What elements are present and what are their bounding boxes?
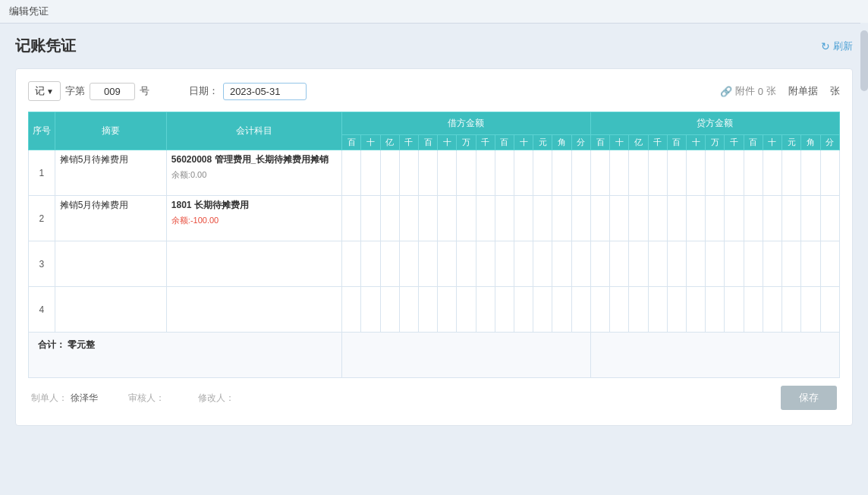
credit-cell-1-8[interactable] bbox=[744, 196, 763, 241]
debit-cell-3-9[interactable] bbox=[514, 287, 533, 333]
row-summary-0[interactable]: 摊销5月待摊费用 bbox=[55, 150, 166, 196]
debit-cell-0-0[interactable] bbox=[342, 150, 361, 196]
debit-cell-1-10[interactable] bbox=[533, 196, 552, 241]
credit-cell-3-3[interactable] bbox=[648, 287, 667, 333]
debit-cell-2-3[interactable] bbox=[399, 241, 418, 287]
debit-cell-2-10[interactable] bbox=[533, 241, 552, 287]
debit-cell-3-1[interactable] bbox=[361, 287, 380, 333]
credit-cell-2-0[interactable] bbox=[590, 241, 609, 287]
debit-cell-1-4[interactable] bbox=[418, 196, 437, 241]
credit-cell-0-2[interactable] bbox=[629, 150, 648, 196]
debit-cell-0-8[interactable] bbox=[495, 150, 514, 196]
credit-cell-0-1[interactable] bbox=[610, 150, 629, 196]
debit-cell-3-6[interactable] bbox=[457, 287, 476, 333]
credit-cell-2-5[interactable] bbox=[687, 241, 706, 287]
credit-cell-3-7[interactable] bbox=[725, 287, 744, 333]
debit-cell-3-3[interactable] bbox=[399, 287, 418, 333]
row-account-3[interactable] bbox=[166, 287, 341, 333]
credit-cell-3-8[interactable] bbox=[744, 287, 763, 333]
debit-cell-0-3[interactable] bbox=[399, 150, 418, 196]
credit-cell-3-4[interactable] bbox=[667, 287, 686, 333]
debit-cell-2-5[interactable] bbox=[438, 241, 457, 287]
row-summary-2[interactable] bbox=[55, 241, 166, 287]
credit-cell-1-5[interactable] bbox=[687, 196, 706, 241]
debit-cell-2-0[interactable] bbox=[342, 241, 361, 287]
debit-cell-2-9[interactable] bbox=[514, 241, 533, 287]
credit-cell-1-12[interactable] bbox=[820, 196, 839, 241]
credit-cell-3-10[interactable] bbox=[782, 287, 801, 333]
credit-cell-2-12[interactable] bbox=[820, 241, 839, 287]
debit-cell-2-2[interactable] bbox=[380, 241, 399, 287]
credit-cell-2-10[interactable] bbox=[782, 241, 801, 287]
debit-cell-0-12[interactable] bbox=[571, 150, 590, 196]
credit-cell-2-11[interactable] bbox=[801, 241, 820, 287]
credit-cell-3-9[interactable] bbox=[763, 287, 782, 333]
debit-cell-1-6[interactable] bbox=[457, 196, 476, 241]
credit-cell-0-4[interactable] bbox=[667, 150, 686, 196]
debit-cell-2-7[interactable] bbox=[476, 241, 495, 287]
debit-cell-2-1[interactable] bbox=[361, 241, 380, 287]
debit-cell-2-4[interactable] bbox=[418, 241, 437, 287]
credit-cell-0-10[interactable] bbox=[782, 150, 801, 196]
credit-cell-2-4[interactable] bbox=[667, 241, 686, 287]
credit-cell-1-4[interactable] bbox=[667, 196, 686, 241]
debit-cell-3-10[interactable] bbox=[533, 287, 552, 333]
debit-cell-0-2[interactable] bbox=[380, 150, 399, 196]
credit-cell-3-12[interactable] bbox=[820, 287, 839, 333]
debit-cell-1-9[interactable] bbox=[514, 196, 533, 241]
row-summary-1[interactable]: 摊销5月待摊费用 bbox=[55, 196, 166, 241]
debit-cell-1-8[interactable] bbox=[495, 196, 514, 241]
debit-cell-0-1[interactable] bbox=[361, 150, 380, 196]
credit-cell-0-3[interactable] bbox=[648, 150, 667, 196]
fu-dan-label[interactable]: 附单据 bbox=[788, 84, 818, 98]
debit-cell-1-0[interactable] bbox=[342, 196, 361, 241]
credit-cell-2-1[interactable] bbox=[610, 241, 629, 287]
credit-cell-2-7[interactable] bbox=[725, 241, 744, 287]
credit-cell-1-11[interactable] bbox=[801, 196, 820, 241]
credit-cell-1-9[interactable] bbox=[763, 196, 782, 241]
debit-cell-0-5[interactable] bbox=[438, 150, 457, 196]
debit-cell-1-12[interactable] bbox=[571, 196, 590, 241]
row-account-1[interactable]: 1801 长期待摊费用余额:-100.00 bbox=[166, 196, 341, 241]
credit-cell-3-2[interactable] bbox=[629, 287, 648, 333]
debit-cell-0-9[interactable] bbox=[514, 150, 533, 196]
credit-cell-1-7[interactable] bbox=[725, 196, 744, 241]
voucher-type-select[interactable]: 记 ▼ bbox=[28, 81, 61, 101]
credit-cell-3-1[interactable] bbox=[610, 287, 629, 333]
debit-cell-3-7[interactable] bbox=[476, 287, 495, 333]
credit-cell-2-6[interactable] bbox=[706, 241, 725, 287]
voucher-number-input[interactable] bbox=[90, 83, 135, 100]
row-account-0[interactable]: 56020008 管理费用_长期待摊费用摊销余额:0.00 bbox=[166, 150, 341, 196]
debit-cell-0-6[interactable] bbox=[457, 150, 476, 196]
debit-cell-2-6[interactable] bbox=[457, 241, 476, 287]
debit-cell-3-12[interactable] bbox=[571, 287, 590, 333]
debit-cell-3-2[interactable] bbox=[380, 287, 399, 333]
credit-cell-0-7[interactable] bbox=[725, 150, 744, 196]
credit-cell-0-11[interactable] bbox=[801, 150, 820, 196]
debit-cell-1-1[interactable] bbox=[361, 196, 380, 241]
debit-cell-1-11[interactable] bbox=[552, 196, 571, 241]
credit-cell-3-5[interactable] bbox=[687, 287, 706, 333]
credit-cell-1-0[interactable] bbox=[590, 196, 609, 241]
debit-cell-1-3[interactable] bbox=[399, 196, 418, 241]
credit-cell-1-1[interactable] bbox=[610, 196, 629, 241]
credit-cell-2-3[interactable] bbox=[648, 241, 667, 287]
debit-cell-1-5[interactable] bbox=[438, 196, 457, 241]
row-summary-3[interactable] bbox=[55, 287, 166, 333]
debit-cell-0-10[interactable] bbox=[533, 150, 552, 196]
save-button[interactable]: 保存 bbox=[781, 386, 837, 410]
credit-cell-3-11[interactable] bbox=[801, 287, 820, 333]
credit-cell-2-2[interactable] bbox=[629, 241, 648, 287]
debit-cell-0-4[interactable] bbox=[418, 150, 437, 196]
debit-cell-3-8[interactable] bbox=[495, 287, 514, 333]
credit-cell-0-8[interactable] bbox=[744, 150, 763, 196]
debit-cell-3-5[interactable] bbox=[438, 287, 457, 333]
credit-cell-1-6[interactable] bbox=[706, 196, 725, 241]
date-input[interactable] bbox=[223, 83, 307, 100]
debit-cell-2-8[interactable] bbox=[495, 241, 514, 287]
credit-cell-0-6[interactable] bbox=[706, 150, 725, 196]
row-account-2[interactable] bbox=[166, 241, 341, 287]
refresh-button[interactable]: ↻ 刷新 bbox=[821, 39, 853, 53]
credit-cell-3-6[interactable] bbox=[706, 287, 725, 333]
credit-cell-2-8[interactable] bbox=[744, 241, 763, 287]
